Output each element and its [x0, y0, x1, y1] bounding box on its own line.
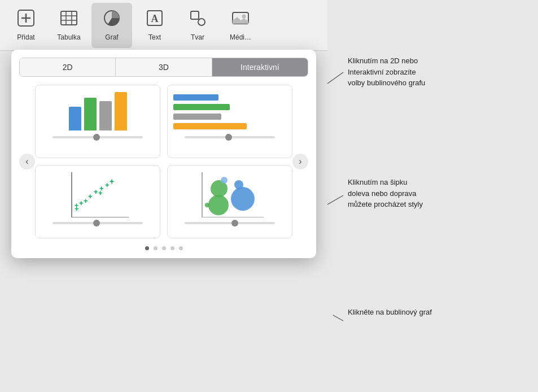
annotation-lines	[327, 50, 538, 392]
pridat-icon	[17, 9, 35, 30]
svg-point-12	[198, 19, 205, 25]
svg-rect-11	[191, 11, 199, 19]
slider-thumb-2	[225, 134, 232, 141]
chart-card-bar-horizontal[interactable]	[167, 85, 292, 158]
dot-5[interactable]	[179, 246, 183, 250]
toolbar: Přidat Tabulka Graf	[0, 0, 327, 51]
dot-3[interactable]	[162, 246, 166, 250]
slider-thumb-1	[93, 134, 100, 141]
scatter-chart: + + + + + + + + + +	[67, 172, 129, 217]
svg-point-14	[242, 15, 246, 19]
nav-arrow-left[interactable]: ‹	[19, 154, 35, 169]
annotation-2: Kliknutím na šipkudoleva nebo dopravamůž…	[348, 177, 423, 210]
svg-rect-3	[61, 11, 77, 25]
graf-icon	[103, 9, 121, 30]
toolbar-text-label: Text	[148, 33, 161, 41]
chart-card-bar-vertical[interactable]	[35, 85, 160, 158]
slider-track-3	[53, 222, 143, 224]
tabulka-icon	[60, 9, 78, 30]
toolbar-text-button[interactable]: A Text	[134, 3, 175, 48]
media-icon	[231, 9, 250, 30]
annotation-3: Klikněte na bublinový graf	[348, 307, 432, 318]
text-icon: A	[146, 9, 164, 30]
toolbar-media-button[interactable]: Médi…	[220, 3, 261, 48]
slider-track-1	[53, 136, 143, 138]
toolbar-tvar-button[interactable]: Tvar	[177, 3, 218, 48]
dot-1[interactable]	[145, 246, 149, 250]
nav-arrow-right[interactable]: ›	[292, 154, 308, 169]
toolbar-tabulka-button[interactable]: Tabulka	[49, 3, 89, 48]
toolbar-graf-button[interactable]: Graf	[91, 3, 132, 48]
chart-type-tabs: 2D 3D Interaktivní	[19, 58, 308, 77]
tvar-icon	[189, 9, 207, 30]
tab-3d[interactable]: 3D	[116, 58, 212, 76]
toolbar-pridat-button[interactable]: Přidat	[6, 3, 46, 48]
toolbar-pridat-label: Přidat	[17, 33, 34, 41]
bubble-chart	[196, 172, 264, 217]
dot-2[interactable]	[154, 246, 158, 250]
svg-text:A: A	[151, 13, 159, 24]
slider-thumb-3	[93, 220, 100, 227]
pagination-dots	[19, 246, 308, 250]
chart-card-scatter[interactable]: + + + + + + + + + +	[35, 165, 160, 238]
slider-track-4	[185, 222, 275, 224]
tab-2d[interactable]: 2D	[20, 58, 116, 76]
chart-card-bubble[interactable]	[167, 165, 292, 238]
toolbar-media-label: Médi…	[230, 33, 251, 41]
bar-chart-horizontal	[173, 92, 286, 132]
dot-4[interactable]	[170, 246, 174, 250]
svg-line-15	[327, 72, 343, 84]
toolbar-tabulka-label: Tabulka	[57, 33, 80, 41]
tab-interaktivni[interactable]: Interaktivní	[212, 58, 308, 76]
toolbar-graf-label: Graf	[105, 33, 118, 41]
slider-thumb-4	[231, 220, 238, 227]
bar-chart-vertical	[69, 92, 127, 132]
chart-picker-popup: 2D 3D Interaktivní ‹ ›	[11, 50, 316, 258]
chart-grid: + + + + + + + + + +	[35, 85, 292, 238]
svg-line-17	[333, 315, 343, 321]
annotation-1: Kliknutím na 2D neboInteraktivní zobrazí…	[348, 55, 425, 89]
annotations-overlay: Kliknutím na 2D neboInteraktivní zobrazí…	[327, 50, 538, 392]
toolbar-tvar-label: Tvar	[191, 33, 204, 41]
slider-track-2	[185, 136, 275, 138]
svg-line-16	[327, 195, 343, 204]
